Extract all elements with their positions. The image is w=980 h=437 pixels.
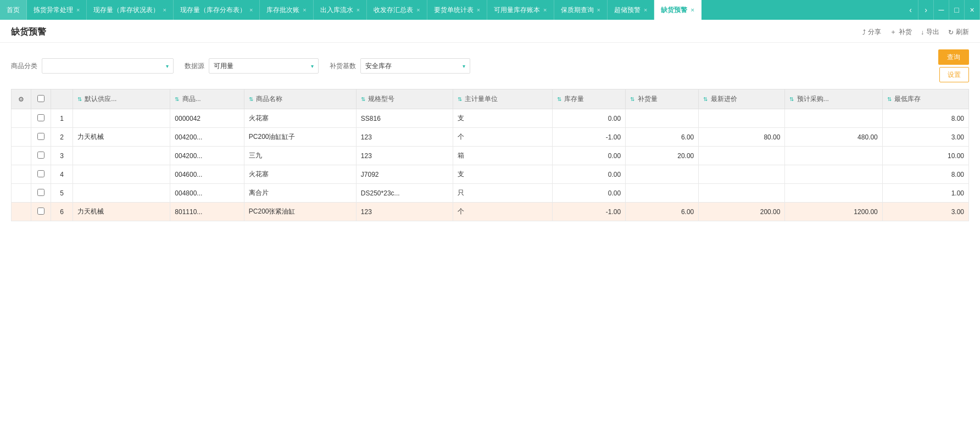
tab-next-button[interactable]: › [918,0,934,20]
row-stock-qty-cell: -1.00 [553,203,626,221]
tab-receipt-summary-close[interactable]: × [416,7,420,13]
row-checkbox-cell[interactable] [31,128,51,147]
settings-button[interactable]: 设置 [939,67,969,82]
row-min-stock-cell: 3.00 [882,203,968,221]
col-settings[interactable]: ⚙ [12,89,31,109]
tab-shortage-close[interactable]: × [691,7,694,13]
tab-in-out-flow-close[interactable]: × [357,7,360,13]
category-label: 商品分类 [11,61,37,71]
row-checkbox[interactable] [37,208,44,215]
category-select[interactable]: ▾ [42,58,174,74]
row-checkbox[interactable] [37,152,44,159]
col-default-supplier[interactable]: ⇅ 默认供应... [73,89,170,109]
row-unit-cell: 箱 [453,147,552,165]
tab-window-close-button[interactable]: × [965,0,980,20]
tab-exception-close[interactable]: × [76,7,80,13]
tab-shortage[interactable]: 缺货预警 × [654,0,701,20]
col-min-stock[interactable]: ⇅ 最低库存 [882,89,968,109]
table-row: 3 004200... 三九 123 箱 0.00 20.00 10.00 [12,147,969,165]
replenish-base-label: 补货基数 [330,61,356,71]
tab-bar: 首页 拣货异常处理 × 现存量（库存状况表） × 现存量（库存分布表） × 库存… [0,0,980,20]
col-product-code[interactable]: ⇅ 商品... [170,89,244,109]
row-checkbox-cell[interactable] [31,147,51,165]
col-replenish-qty[interactable]: ⇅ 补货量 [626,89,699,109]
tab-exception[interactable]: 拣货异常处理 × [27,0,87,20]
query-button[interactable]: 查询 [938,49,969,65]
tab-home-label: 首页 [7,5,20,15]
row-unit-cell: 个 [453,203,552,221]
row-replenish-qty-cell: 20.00 [626,147,699,165]
tab-requisition-stat-label: 要货单统计表 [434,5,474,15]
row-spec-cell: 123 [356,147,453,165]
row-checkbox[interactable] [37,170,44,177]
tab-requisition-stat-close[interactable]: × [477,7,480,13]
tab-inventory-dist-close[interactable]: × [249,7,253,13]
row-checkbox-cell[interactable] [31,165,51,184]
row-num-cell: 5 [51,184,73,203]
datasource-select[interactable]: 可用量 ▾ [209,58,319,74]
tab-inventory-status-close[interactable]: × [163,7,166,13]
refresh-icon: ↻ [948,29,954,36]
tab-prev-button[interactable]: ‹ [903,0,918,20]
refresh-button[interactable]: ↻ 刷新 [948,27,969,37]
col-product-name[interactable]: ⇅ 商品名称 [244,89,356,109]
tab-minimize-button[interactable]: ─ [934,0,949,20]
tab-requisition-stat[interactable]: 要货单统计表 × [427,0,487,20]
col-est-purchase[interactable]: ⇅ 预计采购... [785,89,882,109]
col-checkbox-all[interactable] [31,89,51,109]
tab-inventory-dist[interactable]: 现存量（库存分布表） × [174,0,260,20]
tab-available-ledger-close[interactable]: × [543,7,547,13]
export-button[interactable]: ↓ 导出 [921,27,939,37]
row-latest-price-cell: 80.00 [699,128,785,147]
row-est-purchase-cell: 480.00 [785,128,882,147]
tab-inventory-status[interactable]: 现存量（库存状况表） × [87,0,173,20]
row-est-purchase-cell [785,109,882,128]
row-spec-cell: 123 [356,128,453,147]
sort-icon-est-purchase: ⇅ [789,96,794,102]
col-unit[interactable]: ⇅ 主计量单位 [453,89,552,109]
tab-overstock-close[interactable]: × [644,7,647,13]
tab-home[interactable]: 首页 [0,0,27,20]
table-row: 4 004600... 火花塞 J7092 支 0.00 8.00 [12,165,969,184]
tab-maximize-button[interactable]: □ [949,0,965,20]
tab-receipt-summary[interactable]: 收发存汇总表 × [367,0,427,20]
row-settings-cell [12,203,31,221]
col-stock-qty[interactable]: ⇅ 库存量 [553,89,626,109]
tab-in-out-flow[interactable]: 出入库流水 × [314,0,367,20]
replenish-icon: ＋ [890,27,897,37]
row-spec-cell: SS816 [356,109,453,128]
select-all-checkbox[interactable] [37,95,44,102]
col-spec[interactable]: ⇅ 规格型号 [356,89,453,109]
tab-inventory-status-label: 现存量（库存状况表） [93,5,159,15]
category-filter-group: 商品分类 ▾ [11,58,174,74]
replenish-base-select[interactable]: 安全库存 ▾ [360,58,470,74]
row-checkbox-cell[interactable] [31,203,51,221]
row-unit-cell: 支 [453,165,552,184]
tab-expiry-query[interactable]: 保质期查询 × [554,0,608,20]
row-est-purchase-cell [785,184,882,203]
tab-expiry-query-label: 保质期查询 [561,5,594,15]
refresh-label: 刷新 [956,27,969,37]
tab-batch-account-close[interactable]: × [303,7,306,13]
tab-expiry-query-close[interactable]: × [597,7,600,13]
export-label: 导出 [926,27,939,37]
row-code-cell: 004200... [170,147,244,165]
replenish-button[interactable]: ＋ 补货 [890,27,912,37]
share-button[interactable]: ⤴ 分享 [862,27,881,37]
row-min-stock-cell: 10.00 [882,147,968,165]
row-num-cell: 1 [51,109,73,128]
row-name-cell: PC200张紧油缸 [244,203,356,221]
row-supplier-cell: 力天机械 [73,203,170,221]
row-checkbox[interactable] [37,189,44,196]
row-checkbox[interactable] [37,114,44,121]
row-code-cell: 004800... [170,184,244,203]
row-stock-qty-cell: 0.00 [553,109,626,128]
row-checkbox-cell[interactable] [31,109,51,128]
row-checkbox[interactable] [37,133,44,140]
sort-icon-supplier: ⇅ [77,96,82,102]
col-latest-price[interactable]: ⇅ 最新进价 [699,89,785,109]
tab-overstock[interactable]: 超储预警 × [608,0,654,20]
tab-batch-account[interactable]: 库存批次账 × [260,0,313,20]
row-checkbox-cell[interactable] [31,184,51,203]
tab-available-ledger[interactable]: 可用量库存账本 × [487,0,554,20]
